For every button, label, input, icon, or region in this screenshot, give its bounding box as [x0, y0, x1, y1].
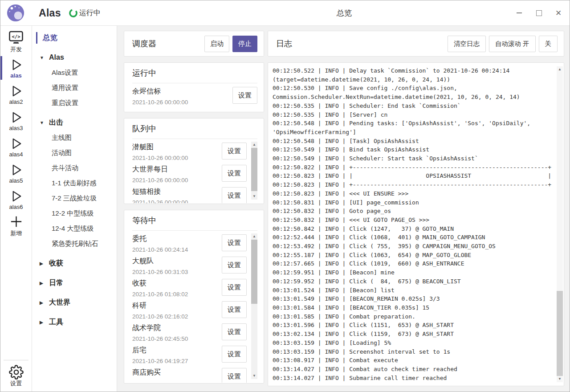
menu-item[interactable]: 1-1 伏击刷好感	[32, 176, 117, 191]
log-line: 00:12:59.951 | INFO | [Beacon] mine	[273, 268, 555, 277]
scroll-up-icon[interactable]: ▲	[558, 66, 562, 73]
rail-item-alas5[interactable]: alas5	[0, 160, 32, 186]
menu-group-5[interactable]: ▶工具	[32, 314, 117, 330]
log-line: 00:12:50.831 | INFO | [UI] page_commissi…	[273, 198, 555, 207]
log-line: 00:13:01.585 | INFO | Combat preparation…	[273, 312, 555, 321]
menu-group-1[interactable]: ▼出击	[32, 115, 117, 130]
task-setting-button[interactable]: 设置	[222, 323, 247, 340]
menu-group-3[interactable]: ▶日常	[32, 275, 117, 290]
rail-item-alas[interactable]: alas	[0, 55, 32, 81]
start-button[interactable]: 启动	[204, 36, 229, 52]
log-line: 'OpsiMeowfficerFarming']	[273, 128, 555, 137]
menu-item[interactable]: 共斗活动	[32, 160, 117, 176]
menu-item[interactable]: 12-4 大型练级	[32, 221, 117, 236]
task-info: 大舰队2021-10-26 00:31:03	[132, 256, 222, 277]
scrollbar-track[interactable]	[251, 148, 257, 193]
scheduler-title: 调度器	[132, 38, 156, 49]
log-line: 00:12:50.823 | INFO | | OPSIASHASSIST |	[273, 172, 555, 180]
log-line: 00:12:50.822 | INFO | +-----------------…	[273, 163, 555, 172]
task-setting-button[interactable]: 设置	[222, 234, 247, 251]
task-row: 大舰队2021-10-26 00:31:03设置	[132, 256, 247, 278]
rail-item-alas3[interactable]: alas3	[0, 107, 32, 134]
maximize-icon[interactable]	[529, 0, 549, 25]
rail-item-label: 设置	[10, 380, 22, 388]
autoscroll-button[interactable]: 自动滚动 开	[489, 36, 536, 52]
task-setting-button[interactable]: 设置	[222, 301, 247, 318]
menu-item[interactable]: 通用设置	[32, 80, 117, 95]
scroll-down-icon[interactable]: ▼	[558, 376, 562, 382]
task-setting-button[interactable]: 设置	[222, 257, 247, 274]
rail-item-alas2[interactable]: alas2	[0, 81, 32, 107]
task-setting-button[interactable]: 设置	[222, 346, 247, 363]
menu-group-2[interactable]: ▶收获	[32, 256, 117, 271]
menu-item[interactable]: 7-2 三战捡垃圾	[32, 191, 117, 206]
stop-button[interactable]: 停止	[232, 36, 257, 52]
scroll-down-icon[interactable]: ▼	[252, 373, 256, 379]
scrollbar[interactable]: ▲▼	[251, 142, 257, 200]
chevron-right-icon: ▶	[40, 320, 45, 325]
task-info: 战术学院2021-10-26 02:45:50	[132, 323, 222, 343]
menu-item[interactable]: 紧急委托刷钻石	[32, 236, 117, 251]
task-row: 委托2021-10-26 00:24:14设置	[132, 233, 247, 256]
play-icon	[9, 188, 24, 204]
task-time: 2021-10-26 00:24:14	[132, 245, 222, 254]
task-setting-button[interactable]: 设置	[222, 368, 247, 383]
task-name: 潜艇图	[132, 142, 222, 152]
task-setting-button[interactable]: 设置	[222, 165, 247, 182]
task-setting-button[interactable]: 设置	[232, 87, 257, 104]
content: </>开发alasalas2alas3alas4alas5alas6新增 设置 …	[0, 26, 570, 392]
minimize-icon[interactable]	[509, 0, 529, 25]
rail-item-alas6[interactable]: alas6	[0, 186, 32, 212]
menu-overview-label: 总览	[43, 33, 57, 43]
menu-item[interactable]: 重启设置	[32, 95, 117, 110]
scrollbar-track[interactable]	[557, 73, 563, 376]
menu-item[interactable]: 12-2 中型练级	[32, 206, 117, 221]
rail-item-label: alas3	[9, 125, 23, 131]
scrollbar-thumb[interactable]	[557, 291, 563, 376]
scheduler-section-0: 运行中余烬信标2021-10-26 00:00:00设置	[124, 62, 264, 112]
scroll-up-icon[interactable]: ▲	[252, 142, 256, 148]
log-line: 00:12:50.823 | INFO | +-----------------…	[273, 180, 555, 189]
task-name: 大舰队	[132, 256, 222, 266]
menu-item[interactable]: Alas设置	[32, 65, 117, 80]
title-bar: Alas 运行中 总览 ✕	[0, 0, 570, 26]
menu-item[interactable]: 活动图	[32, 145, 117, 160]
rail-item-label: alas6	[9, 204, 23, 210]
log-line: 00:12:50.535 | INFO | Scheduler: End tas…	[273, 102, 555, 110]
profile-rail-items: </>开发alasalas2alas3alas4alas5alas6新增	[0, 29, 32, 239]
scrollbar[interactable]: ▲▼	[251, 233, 257, 379]
rail-item-label: alas	[10, 72, 21, 79]
log-scrollbar[interactable]: ▲ ▼	[557, 66, 563, 382]
rail-item-add[interactable]: 新增	[0, 212, 32, 239]
section-body: 潜艇图2021-10-26 00:00:00设置大世界每日2021-10-26 …	[132, 139, 257, 203]
log-line: 00:12:53.492 | INFO | Click ( 755, 395) …	[273, 242, 555, 251]
menu-group-4[interactable]: ▶大世界	[32, 295, 117, 310]
menu-item[interactable]: 主线图	[32, 130, 117, 145]
log-line: 00:12:50.522 | INFO | Delay task `Commis…	[273, 66, 555, 75]
task-setting-button[interactable]: 设置	[222, 279, 247, 296]
clear-log-button[interactable]: 清空日志	[448, 36, 486, 52]
main-area: 调度器 启动 停止 运行中余烬信标2021-10-26 00:00:00设置队列…	[117, 26, 570, 392]
scroll-down-icon[interactable]: ▼	[252, 193, 256, 200]
log-line: 00:13:02.134 | INFO | Click (1159, 673) …	[273, 330, 555, 339]
active-indicator	[0, 56, 2, 80]
rail-item-alas4[interactable]: alas4	[0, 134, 32, 160]
close-icon[interactable]: ✕	[549, 0, 568, 25]
scheduler-section-2: 等待中委托2021-10-26 00:24:14设置大舰队2021-10-26 …	[124, 210, 264, 384]
task-name: 大世界每日	[132, 164, 222, 175]
scroll-up-icon[interactable]: ▲	[252, 233, 256, 240]
menu-group-0[interactable]: ▼Alas	[32, 50, 117, 65]
scrollbar-thumb[interactable]	[251, 148, 257, 191]
autoscroll-off-button[interactable]: 关	[539, 36, 558, 52]
task-time: 2021-10-26 01:08:02	[132, 290, 222, 299]
scrollbar-track[interactable]	[251, 240, 257, 373]
rail-item-settings[interactable]: 设置	[0, 362, 32, 390]
task-setting-button[interactable]: 设置	[222, 187, 247, 203]
menu-item-overview[interactable]: 总览	[32, 30, 117, 45]
task-name: 战术学院	[132, 323, 222, 333]
log-line: 00:13:01.524 | INFO | [Beacon] list	[273, 286, 555, 295]
task-setting-button[interactable]: 设置	[222, 143, 247, 159]
task-info: 余烬信标2021-10-26 00:00:00	[132, 86, 232, 107]
scrollbar-thumb[interactable]	[251, 240, 257, 304]
rail-item-dev[interactable]: </>开发	[0, 29, 32, 55]
